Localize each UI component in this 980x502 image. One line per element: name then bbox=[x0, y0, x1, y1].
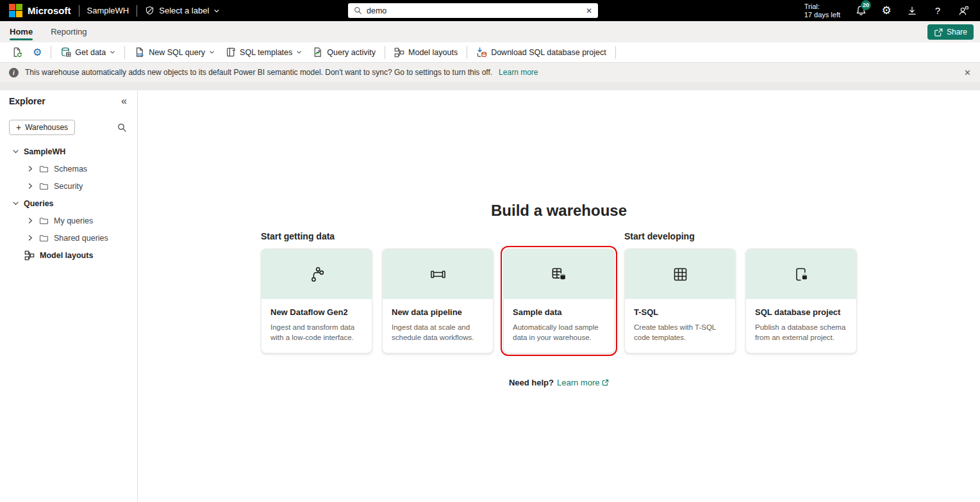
global-search[interactable]: ✕ bbox=[348, 3, 598, 18]
folder-icon bbox=[39, 217, 49, 225]
card-description: Create tables with T-SQL code templates. bbox=[634, 322, 726, 343]
banner-learn-more-link[interactable]: Learn more bbox=[499, 68, 538, 77]
chevron-right-icon[interactable] bbox=[28, 218, 34, 223]
notifications-button[interactable]: 20 bbox=[848, 0, 874, 21]
divider bbox=[51, 46, 51, 59]
item-name[interactable]: SampleWH bbox=[87, 6, 129, 15]
explorer-sidebar: Explorer « + Warehouses SampleWH bbox=[0, 90, 138, 502]
help-button[interactable]: ? bbox=[925, 0, 951, 21]
add-warehouses-button[interactable]: + Warehouses bbox=[9, 120, 75, 135]
sync-info-banner: i This warehouse automatically adds new … bbox=[0, 63, 980, 82]
top-app-bar: Microsoft SampleWH Select a label ✕ bbox=[0, 0, 980, 21]
card-header bbox=[504, 249, 614, 299]
sample-data-icon bbox=[551, 266, 568, 283]
card-body: Sample data Automatically load sample da… bbox=[504, 299, 614, 353]
card-header bbox=[746, 249, 856, 299]
chevron-down-icon[interactable] bbox=[13, 200, 19, 206]
microsoft-logo-icon[interactable] bbox=[9, 4, 22, 17]
card-title: Sample data bbox=[513, 307, 605, 317]
card-sql-database-project[interactable]: SQL database project Publish a database … bbox=[745, 248, 857, 353]
share-button-label: Share bbox=[947, 28, 967, 36]
content-area: Explorer « + Warehouses SampleWH bbox=[0, 90, 980, 502]
settings-button[interactable]: ⚙ bbox=[874, 0, 899, 21]
tree-item-schemas[interactable]: Schemas bbox=[0, 160, 137, 177]
brand-name[interactable]: Microsoft bbox=[28, 5, 71, 16]
tree-item-shared-queries[interactable]: Shared queries bbox=[0, 229, 137, 247]
search-clear-icon[interactable]: ✕ bbox=[586, 6, 592, 15]
gear-icon: ⚙ bbox=[33, 47, 42, 58]
external-link-icon[interactable] bbox=[602, 379, 609, 386]
tree-item-label: My queries bbox=[54, 216, 93, 225]
get-data-label: Get data bbox=[75, 48, 106, 57]
chevron-down-icon bbox=[110, 49, 115, 55]
tab-home[interactable]: Home bbox=[10, 21, 33, 42]
page-title: Build a warehouse bbox=[261, 202, 857, 220]
folder-icon bbox=[39, 182, 49, 190]
plus-icon: + bbox=[16, 123, 21, 132]
spacer-strip bbox=[0, 82, 980, 90]
tree-item-my-queries[interactable]: My queries bbox=[0, 212, 137, 229]
trial-line2: 17 days left bbox=[804, 11, 840, 19]
get-data-button[interactable]: Get data bbox=[55, 44, 120, 61]
tree-item-label: SampleWH bbox=[24, 147, 65, 156]
chevron-right-icon[interactable] bbox=[28, 183, 34, 189]
model-layouts-button[interactable]: Model layouts bbox=[389, 44, 463, 61]
model-layouts-icon bbox=[24, 250, 35, 261]
card-description: Automatically load sample data in your w… bbox=[513, 322, 605, 343]
sql-document-icon: SQL bbox=[134, 47, 145, 58]
tab-reporting[interactable]: Reporting bbox=[51, 21, 87, 42]
explorer-title: Explorer bbox=[9, 96, 46, 106]
search-icon bbox=[354, 6, 362, 15]
help-learn-more-link[interactable]: Learn more bbox=[557, 378, 599, 387]
download-sql-project-button[interactable]: Download SQL database project bbox=[471, 44, 611, 61]
share-button[interactable]: Share bbox=[927, 24, 974, 40]
search-input[interactable] bbox=[367, 6, 581, 15]
card-new-dataflow-gen2[interactable]: New Dataflow Gen2 Ingest and transform d… bbox=[261, 248, 372, 353]
card-new-data-pipeline[interactable]: New data pipeline Ingest data at scale a… bbox=[382, 248, 494, 353]
downloads-button[interactable] bbox=[899, 0, 925, 21]
card-title: T-SQL bbox=[634, 307, 726, 317]
account-button[interactable] bbox=[951, 0, 976, 21]
explorer-tree: SampleWH Schemas Security Queries bbox=[0, 143, 137, 264]
tree-item-label: Shared queries bbox=[54, 234, 108, 243]
card-sample-data[interactable]: Sample data Automatically load sample da… bbox=[503, 248, 615, 353]
section-headers: Start getting data Start developing bbox=[261, 231, 857, 243]
tree-item-security[interactable]: Security bbox=[0, 177, 137, 195]
chevron-down-icon[interactable] bbox=[13, 149, 19, 154]
banner-close-icon[interactable]: ✕ bbox=[964, 68, 971, 77]
card-title: New Dataflow Gen2 bbox=[270, 307, 363, 317]
help-prefix: Need help? bbox=[509, 378, 554, 387]
new-sql-query-button[interactable]: SQL New SQL query bbox=[129, 44, 220, 61]
tree-item-queries[interactable]: Queries bbox=[0, 195, 137, 212]
card-t-sql[interactable]: T-SQL Create tables with T-SQL code temp… bbox=[624, 248, 736, 353]
card-row: New Dataflow Gen2 Ingest and transform d… bbox=[261, 248, 857, 353]
download-sql-project-label: Download SQL database project bbox=[491, 48, 606, 57]
ribbon-toolbar: ⚙ Get data SQL New SQL query SQL templat… bbox=[0, 42, 980, 63]
tree-item-model-layouts[interactable]: Model layouts bbox=[0, 247, 137, 264]
tree-item-label: Security bbox=[54, 182, 83, 191]
build-warehouse-panel: Build a warehouse Start getting data Sta… bbox=[261, 90, 857, 387]
share-icon bbox=[934, 28, 943, 36]
app-window: Microsoft SampleWH Select a label ✕ bbox=[0, 0, 980, 502]
collapse-sidebar-icon[interactable]: « bbox=[121, 96, 127, 106]
sql-templates-button[interactable]: SQL templates bbox=[220, 44, 307, 61]
warehouse-settings-button[interactable]: ⚙ bbox=[28, 44, 47, 61]
explorer-search-icon[interactable] bbox=[117, 123, 127, 133]
card-title: SQL database project bbox=[755, 307, 847, 317]
card-description: Publish a database schema from an extern… bbox=[755, 322, 847, 343]
chevron-right-icon[interactable] bbox=[28, 166, 34, 172]
query-activity-button[interactable]: Query activity bbox=[307, 44, 381, 61]
tree-item-samplewh[interactable]: SampleWH bbox=[0, 143, 137, 160]
card-header bbox=[383, 249, 493, 299]
refresh-button[interactable] bbox=[6, 44, 28, 61]
download-icon bbox=[907, 6, 917, 16]
table-grid-icon bbox=[672, 266, 689, 283]
card-body: T-SQL Create tables with T-SQL code temp… bbox=[625, 299, 735, 353]
sensitivity-label-selector[interactable]: Select a label bbox=[145, 6, 220, 15]
model-layouts-label: Model layouts bbox=[408, 48, 458, 57]
info-icon: i bbox=[9, 68, 19, 77]
database-project-icon bbox=[793, 266, 810, 283]
chevron-right-icon[interactable] bbox=[28, 235, 34, 241]
tab-reporting-label: Reporting bbox=[51, 27, 87, 36]
sql-templates-label: SQL templates bbox=[240, 48, 292, 57]
